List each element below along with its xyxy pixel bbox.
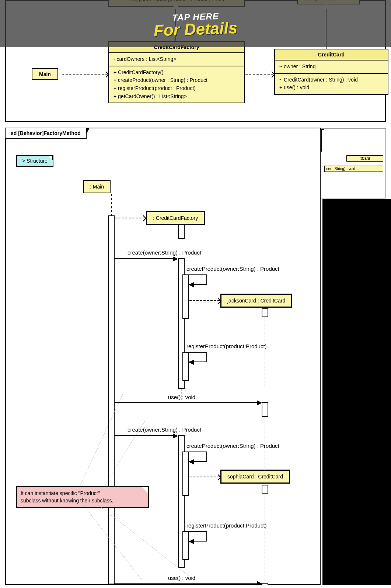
creditcardfactory-class: CreditCardFactory - cardOwners : List<St…: [108, 41, 245, 103]
activation-factory-ctor: [178, 224, 185, 239]
activation-createproduct-2: [182, 452, 189, 496]
ccfactory-attr: - cardOwners : List<String>: [109, 53, 244, 66]
ccfactory-op4: + getCardOwner() : List<String>: [114, 93, 240, 101]
thumbnail-overview: itCard ner : String) : void: [317, 128, 386, 198]
label-createproduct-1: createProduct(owner:String) : Product: [186, 266, 279, 272]
creditcard-attr: ~ owner : String: [275, 60, 388, 74]
creditcard-op2: + use() : void: [279, 84, 383, 92]
lifeline-sophia: sophiaCard : CreditCard: [220, 470, 290, 484]
ccfactory-op1: + CreditCardFactory(): [114, 69, 240, 77]
ccfactory-op2: + createProduct(owner : String) : Produc…: [114, 76, 240, 84]
activation-main: [108, 215, 115, 584]
lifeline-factory: : CreditCardFactory: [146, 211, 205, 225]
thumb-op: ner : String) : void: [324, 166, 383, 172]
msg-create-sophia: [189, 477, 220, 477]
label-create-1: create(owner:String) : Product: [128, 249, 201, 256]
sd-frame-label: sd [Behavior]FactoryMethod: [6, 128, 87, 139]
dependency-main-to-factory: [62, 74, 108, 75]
label-register-1: registerProduct(product:Product): [186, 343, 267, 349]
msg-create-factory: [115, 218, 145, 218]
activation-register-2: [182, 531, 189, 560]
label-createproduct-2: createProduct(owner:String) : Product: [186, 443, 279, 449]
dependency-factory-to-card: [245, 74, 273, 75]
lifeline-jackson: jacksonCard : CreditCard: [220, 294, 292, 308]
creditcard-class: CreditCard ~ owner : String ~ CreditCard…: [274, 49, 388, 95]
lifeline-main: : Main: [83, 180, 111, 193]
label-create-2: create(owner:String) : Product: [128, 426, 201, 433]
label-use-2: use() : void: [168, 575, 195, 581]
ccfactory-op3: + registerProduct(product : Product): [114, 84, 240, 93]
creditcard-op1: ~ CreditCard(owner : String) : void: [279, 76, 383, 84]
activation-register-1: [182, 352, 189, 381]
activation-use-2: [262, 583, 268, 585]
main-class: Main: [32, 68, 58, 80]
label-use-1: use() : void: [168, 394, 195, 400]
sequence-diagram-frame: sd [Behavior]FactoryMethod > Structure :…: [5, 128, 321, 585]
note-line-1: It can instantiate specific "Product": [21, 490, 144, 497]
activation-use-1: [262, 402, 268, 417]
thumb-card: itCard: [346, 155, 383, 162]
structure-ref[interactable]: > Structure: [16, 155, 53, 167]
ccfactory-name: CreditCardFactory: [109, 42, 244, 53]
black-sidebar: [322, 199, 391, 585]
creditcard-name: CreditCard: [275, 49, 388, 60]
msg-create-jackson: [189, 300, 220, 301]
note-line-2: subclass without knowing their subclass.: [21, 497, 144, 505]
label-register-2: registerProduct(product:Product): [186, 522, 267, 529]
activation-createproduct-1: [182, 274, 189, 319]
class-diagram-frame: # registerProduct(product : Product) : v…: [5, 0, 386, 122]
